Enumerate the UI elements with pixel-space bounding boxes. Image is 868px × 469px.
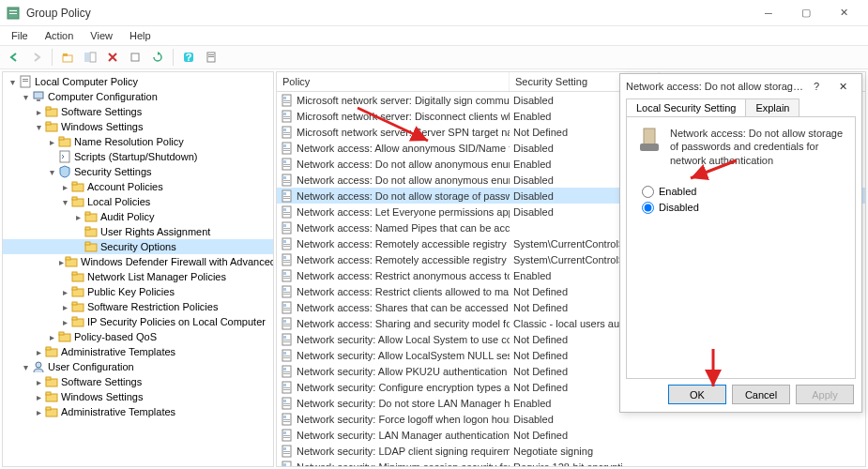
ok-button[interactable]: OK	[668, 385, 726, 404]
tree-node[interactable]: ▸Account Policies	[3, 179, 273, 194]
svg-rect-75	[283, 166, 290, 167]
expand-toggle-icon[interactable]: ▸	[72, 211, 84, 222]
dialog-close-button[interactable]: ✕	[830, 81, 856, 93]
radio-enabled[interactable]	[642, 186, 654, 198]
expand-toggle-icon[interactable]: ▸	[33, 376, 44, 387]
expand-toggle-icon[interactable]: ▾	[46, 166, 57, 177]
svg-rect-42	[72, 302, 77, 305]
svg-rect-149	[283, 463, 286, 466]
tree-view[interactable]: ▾Local Computer Policy▾Computer Configur…	[2, 71, 274, 467]
policy-setting: Disabled	[510, 414, 660, 425]
tree-node[interactable]: ▸Windows Defender Firewall with Advanced…	[3, 254, 273, 269]
policy-row[interactable]: Network security: LDAP client signing re…	[277, 443, 865, 459]
expand-toggle-icon[interactable]: ▸	[33, 406, 44, 417]
tree-node[interactable]: ▸Administrative Templates	[3, 404, 273, 419]
svg-rect-118	[283, 340, 290, 340]
close-button[interactable]: ✕	[825, 0, 862, 26]
expand-toggle-icon[interactable]: ▸	[59, 181, 70, 192]
expand-toggle-icon[interactable]: ▸	[33, 346, 44, 357]
export-button[interactable]	[125, 47, 145, 68]
apply-button[interactable]: Apply	[796, 385, 854, 404]
properties-button[interactable]	[201, 47, 221, 68]
tree-node[interactable]: ▸Policy-based QoS	[3, 329, 273, 344]
back-button[interactable]	[4, 47, 24, 68]
radio-enabled-row[interactable]: Enabled	[642, 186, 845, 198]
tree-node[interactable]: ▸Software Settings	[3, 104, 273, 119]
tree-node[interactable]: ▾Local Computer Policy	[3, 74, 273, 89]
expand-toggle-icon[interactable]: ▾	[20, 361, 31, 372]
expand-toggle-icon[interactable]	[72, 241, 84, 252]
refresh-button[interactable]	[147, 47, 168, 68]
svg-rect-133	[283, 400, 286, 402]
delete-button[interactable]	[102, 47, 123, 68]
tree-node[interactable]: ▸Administrative Templates	[3, 344, 273, 359]
radio-disabled-row[interactable]: Disabled	[642, 202, 845, 214]
maximize-button[interactable]: ▢	[787, 0, 825, 26]
menu-help[interactable]: Help	[122, 28, 159, 43]
minimize-button[interactable]: ─	[750, 0, 787, 26]
policy-item-icon	[281, 445, 294, 458]
tree-node[interactable]: Security Options	[3, 239, 273, 254]
tree-node[interactable]: Network List Manager Policies	[3, 269, 273, 284]
svg-rect-46	[59, 332, 64, 335]
tab-explain[interactable]: Explain	[745, 98, 799, 116]
dialog-title-bar[interactable]: Network access: Do not allow storage of …	[620, 74, 861, 98]
svg-rect-119	[283, 341, 290, 342]
policy-row[interactable]: Network security: Force logoff when logo…	[277, 411, 865, 427]
expand-toggle-icon[interactable]	[59, 271, 70, 282]
policy-row[interactable]: Network security: Minimum session securi…	[277, 459, 865, 467]
policy-item-icon	[281, 205, 294, 219]
tree-node[interactable]: User Rights Assignment	[3, 224, 273, 239]
tree-node[interactable]: ▸IP Security Policies on Local Computer	[3, 314, 273, 329]
menu-view[interactable]: View	[83, 28, 120, 43]
tree-node[interactable]: ▸Audit Policy	[3, 209, 273, 224]
tree-node[interactable]: ▾Windows Settings	[3, 119, 273, 134]
svg-rect-61	[283, 113, 286, 115]
expand-toggle-icon[interactable]: ▸	[33, 106, 44, 117]
show-hide-button[interactable]	[80, 47, 100, 68]
svg-text:?: ?	[186, 52, 192, 63]
tree-node[interactable]: ▾Local Policies	[3, 194, 273, 209]
expand-toggle-icon[interactable]: ▸	[59, 256, 64, 267]
forward-button[interactable]	[26, 47, 47, 68]
expand-toggle-icon[interactable]: ▸	[59, 301, 70, 312]
col-policy[interactable]: Policy	[277, 72, 510, 91]
expand-toggle-icon[interactable]: ▸	[59, 316, 70, 327]
expand-toggle-icon[interactable]: ▸	[46, 331, 57, 342]
expand-toggle-icon[interactable]	[72, 226, 84, 237]
expand-toggle-icon[interactable]: ▸	[46, 136, 57, 147]
tree-node[interactable]: ▸Windows Settings	[3, 389, 273, 404]
tree-node[interactable]: ▸Public Key Policies	[3, 284, 273, 299]
tree-node[interactable]: ▾User Configuration	[3, 359, 273, 374]
policy-name: Network access: Restrict clients allowed…	[297, 286, 510, 297]
cancel-button[interactable]: Cancel	[732, 385, 790, 404]
expand-toggle-icon[interactable]: ▾	[59, 196, 70, 207]
policy-row[interactable]: Network security: LAN Manager authentica…	[277, 427, 865, 443]
tree-label: Account Policies	[87, 181, 163, 192]
help-button[interactable]: ?	[178, 47, 199, 68]
tree-node[interactable]: ▾Computer Configuration	[3, 89, 273, 104]
tree-node[interactable]: ▸Software Restriction Policies	[3, 299, 273, 314]
up-button[interactable]	[57, 47, 78, 68]
svg-rect-12	[208, 56, 214, 57]
expand-toggle-icon[interactable]: ▾	[7, 76, 18, 87]
radio-disabled[interactable]	[642, 202, 654, 214]
svg-rect-87	[283, 214, 290, 215]
fld-icon	[71, 315, 84, 328]
menu-action[interactable]: Action	[38, 28, 82, 43]
tree-node[interactable]: ▸Software Settings	[3, 374, 273, 389]
dialog-help-button[interactable]: ?	[803, 81, 830, 92]
expand-toggle-icon[interactable]	[46, 151, 57, 162]
tree-node[interactable]: ▸Name Resolution Policy	[3, 134, 273, 149]
policy-item-icon	[281, 365, 294, 378]
expand-toggle-icon[interactable]: ▸	[33, 391, 44, 402]
policy-name: Network access: Remotely accessible regi…	[297, 238, 510, 250]
expand-toggle-icon[interactable]: ▾	[20, 91, 31, 102]
svg-rect-142	[283, 435, 290, 436]
tree-node[interactable]: ▾Security Settings	[3, 164, 273, 179]
expand-toggle-icon[interactable]: ▸	[59, 286, 70, 297]
tree-node[interactable]: Scripts (Startup/Shutdown)	[3, 149, 273, 164]
expand-toggle-icon[interactable]: ▾	[33, 121, 44, 132]
tab-local-security-setting[interactable]: Local Security Setting	[626, 98, 746, 116]
menu-file[interactable]: File	[4, 28, 36, 43]
